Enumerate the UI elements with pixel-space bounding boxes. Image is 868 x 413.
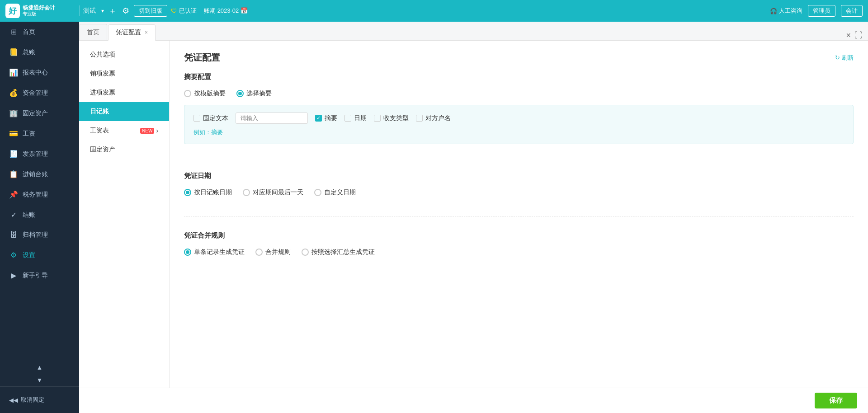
verified-text: 已认证 xyxy=(179,7,197,15)
radio-merge-rule-label: 合并规则 xyxy=(265,248,291,256)
accountant-button[interactable]: 会计 xyxy=(841,5,863,17)
radio-single-record[interactable]: 单条记录生成凭证 xyxy=(184,248,245,256)
sidebar-item-sales[interactable]: 📋 进销台账 xyxy=(0,164,79,184)
right-panel: 凭证配置 ↻ 刷新 摘要配置 按模版摘要 xyxy=(170,41,868,388)
sidebar-item-archive[interactable]: 🗄 归档管理 xyxy=(0,225,79,245)
content-area: 首页 凭证配置 × × ⛶ 公共选项 销项发票 进项发票 日记账 工资表 xyxy=(79,22,868,413)
consult-button[interactable]: 🎧 人工咨询 xyxy=(770,7,802,15)
radio-custom-date[interactable]: 自定义日期 xyxy=(314,188,356,197)
tab-voucher-config[interactable]: 凭证配置 × xyxy=(108,24,156,41)
ledger-icon: 📒 xyxy=(9,48,18,56)
main-layout: ⊞ 首页 📒 总账 📊 报表中心 💰 资金管理 🏢 固定资产 💳 工资 xyxy=(0,22,868,413)
sidebar-item-salary[interactable]: 💳 工资 xyxy=(0,123,79,144)
left-nav-fixed-assets[interactable]: 固定资产 xyxy=(79,140,169,159)
radio-aggregate[interactable]: 按照选择汇总生成凭证 xyxy=(302,248,375,256)
fixed-text-input[interactable] xyxy=(236,113,308,124)
settings-icon[interactable]: ⚙ xyxy=(122,6,129,16)
sidebar-item-reports[interactable]: 📊 报表中心 xyxy=(0,62,79,83)
summary-config-box: 固定文本 ✓ 摘要 日期 xyxy=(184,105,854,144)
sidebar-collapse-button[interactable]: ◀◀ 取消固定 xyxy=(0,391,79,408)
left-nav-payroll[interactable]: 工资表 NEW › xyxy=(79,121,169,140)
income-type-label: 收支类型 xyxy=(383,114,409,122)
new-badge: NEW xyxy=(140,128,154,134)
radio-period-last-day-label: 对应期间最后一天 xyxy=(253,188,303,197)
assets-icon: 🏢 xyxy=(9,109,18,117)
fixed-text-label: 固定文本 xyxy=(203,114,228,122)
radio-template-circle xyxy=(184,90,191,97)
topbar-right: 🎧 人工咨询 管理员 会计 xyxy=(770,5,863,17)
radio-select-label: 选择摘要 xyxy=(246,89,272,98)
tab-home[interactable]: 首页 xyxy=(79,24,107,40)
logo: 好 畅捷通好会计 专业版 xyxy=(5,4,75,18)
section-summary: 摘要配置 按模版摘要 选择摘要 xyxy=(184,73,854,157)
shield-icon: 🛡 xyxy=(171,7,177,14)
section-merge-title: 凭证合并规则 xyxy=(184,231,854,240)
expand-icon: › xyxy=(156,127,158,134)
verified-badge: 🛡 已认证 xyxy=(171,7,197,15)
sales-icon: 📋 xyxy=(9,170,18,178)
sidebar-scroll-down[interactable]: ▼ xyxy=(0,374,79,386)
sidebar-item-home[interactable]: ⊞ 首页 xyxy=(0,22,79,42)
section-date-title: 凭证日期 xyxy=(184,172,854,180)
bottom-bar: 保存 xyxy=(79,388,868,413)
checkbox-counterpart[interactable]: 对方户名 xyxy=(416,114,451,122)
panel-title: 凭证配置 xyxy=(184,52,220,64)
tab-close-button[interactable]: × xyxy=(846,31,851,40)
summary-example: 例如：摘要 xyxy=(193,128,844,136)
checkbox-summary-square: ✓ xyxy=(315,115,322,122)
sidebar-item-funds[interactable]: 💰 资金管理 xyxy=(0,83,79,103)
radio-journal-date[interactable]: 按日记账日期 xyxy=(184,188,232,197)
left-nav-journal[interactable]: 日记账 xyxy=(79,102,169,121)
counterpart-label: 对方户名 xyxy=(425,114,451,122)
sidebar-label-ledger: 总账 xyxy=(23,48,35,56)
checkbox-date[interactable]: 日期 xyxy=(344,114,367,122)
radio-template-summary[interactable]: 按模版摘要 xyxy=(184,89,226,98)
left-nav-purchase-invoice[interactable]: 进项发票 xyxy=(79,83,169,102)
logo-sub: 专业版 xyxy=(23,11,55,17)
date-label: 日期 xyxy=(354,114,367,122)
project-chevron-icon[interactable]: ▾ xyxy=(101,8,104,14)
logo-icon: 好 xyxy=(5,4,20,18)
radio-merge-rule-circle xyxy=(255,249,263,256)
tax-icon: 📌 xyxy=(9,190,18,199)
topbar: 好 畅捷通好会计 专业版 测试 ▾ ＋ ⚙ 切到旧版 🛡 已认证 账期 2023… xyxy=(0,0,868,22)
left-nav-sales-invoice[interactable]: 销项发票 xyxy=(79,64,169,83)
collapse-icon: ◀◀ xyxy=(9,397,18,404)
sidebar-scroll-up[interactable]: ▲ xyxy=(0,361,79,374)
checkbox-summary[interactable]: ✓ 摘要 xyxy=(315,114,337,122)
checkbox-fixed-text[interactable]: 固定文本 xyxy=(193,114,228,122)
checkbox-income-type[interactable]: 收支类型 xyxy=(374,114,409,122)
left-nav-public[interactable]: 公共选项 xyxy=(79,45,169,64)
archive-icon: 🗄 xyxy=(9,231,18,239)
sidebar-item-closing[interactable]: ✓ 结账 xyxy=(0,205,79,225)
sidebar-item-invoice[interactable]: 🧾 发票管理 xyxy=(0,144,79,164)
sidebar-item-settings[interactable]: ⚙ 设置 xyxy=(0,245,79,265)
logo-text: 畅捷通好会计 xyxy=(23,5,55,11)
tab-close-icon[interactable]: × xyxy=(145,29,148,36)
radio-merge-rule[interactable]: 合并规则 xyxy=(255,248,291,256)
sidebar-item-guide[interactable]: ▶ 新手引导 xyxy=(0,265,79,286)
topbar-divider xyxy=(79,5,80,16)
tab-bar: 首页 凭证配置 × × ⛶ xyxy=(79,22,868,41)
sidebar-label-archive: 归档管理 xyxy=(23,231,48,239)
sidebar-item-ledger[interactable]: 📒 总账 xyxy=(0,42,79,62)
user-button[interactable]: 管理员 xyxy=(808,5,835,17)
refresh-button[interactable]: ↻ 刷新 xyxy=(835,54,854,62)
radio-period-last-day[interactable]: 对应期间最后一天 xyxy=(243,188,303,197)
refresh-label: 刷新 xyxy=(842,54,854,62)
switch-old-version-button[interactable]: 切到旧版 xyxy=(134,5,167,17)
sidebar-item-assets[interactable]: 🏢 固定资产 xyxy=(0,103,79,123)
add-icon[interactable]: ＋ xyxy=(108,5,117,16)
sidebar-item-tax[interactable]: 📌 税务管理 xyxy=(0,184,79,205)
salary-icon: 💳 xyxy=(9,129,18,138)
radio-select-summary[interactable]: 选择摘要 xyxy=(236,89,272,98)
sidebar-label-guide: 新手引导 xyxy=(23,272,48,280)
save-button[interactable]: 保存 xyxy=(815,393,857,408)
radio-select-circle xyxy=(236,90,244,97)
invoice-icon: 🧾 xyxy=(9,150,18,158)
sidebar-label-salary: 工资 xyxy=(23,130,35,138)
left-nav-payroll-label: 工资表 xyxy=(90,127,109,135)
section-merge: 凭证合并规则 单条记录生成凭证 合并规则 按照选择汇总生成凭证 xyxy=(184,231,854,276)
date-radio-group: 按日记账日期 对应期间最后一天 自定义日期 xyxy=(184,188,854,197)
tab-expand-button[interactable]: ⛶ xyxy=(854,31,863,40)
